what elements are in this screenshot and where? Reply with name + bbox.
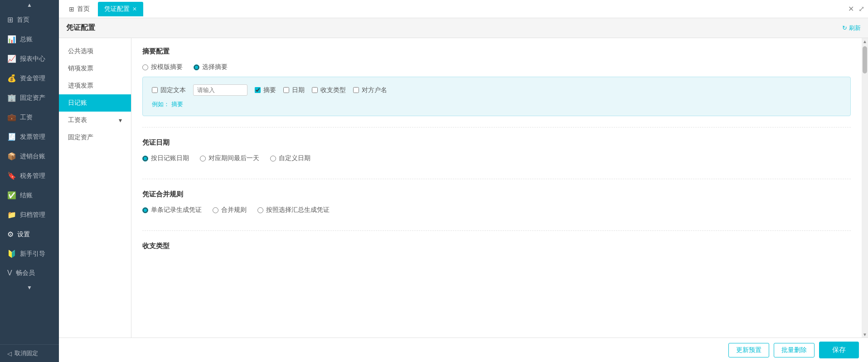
left-nav: 公共选项 销项发票 进项发票 日记账 工资表 ▾ 固定资产 xyxy=(59,38,131,338)
scroll-down-arrow[interactable]: ▼ xyxy=(862,331,868,338)
sidebar-item-inventory[interactable]: 📦 进销台账 xyxy=(0,147,59,166)
radio-merge[interactable]: 合并规则 xyxy=(213,206,247,214)
window-close-button[interactable]: ✕ xyxy=(848,5,854,13)
sidebar-item-vip[interactable]: V 畅会员 xyxy=(0,264,59,283)
radio-last-day[interactable]: 对应期间最后一天 xyxy=(200,154,259,162)
sidebar-item-report[interactable]: 📈 报表中心 xyxy=(0,49,59,68)
expand-icon: ▾ xyxy=(119,117,122,124)
refresh-icon: ↻ xyxy=(842,24,847,31)
salary-icon: 💼 xyxy=(7,113,16,122)
fixed-text-checkbox[interactable] xyxy=(152,87,158,93)
sidebar-item-settings[interactable]: ⚙ 设置 xyxy=(0,225,59,244)
radio-template-input[interactable] xyxy=(142,64,148,70)
settings-icon: ⚙ xyxy=(7,230,14,239)
left-nav-public[interactable]: 公共选项 xyxy=(59,43,131,60)
save-button[interactable]: 保存 xyxy=(819,342,859,358)
custom-date-input[interactable] xyxy=(270,156,276,161)
radio-select-merge[interactable]: 按照选择汇总生成凭证 xyxy=(257,206,330,214)
scrollbar[interactable]: ▲ ▼ xyxy=(862,38,868,338)
sidebar-scroll-up[interactable]: ▲ xyxy=(0,0,59,10)
scroll-thumb[interactable] xyxy=(863,46,867,73)
left-nav-payroll[interactable]: 工资表 ▾ xyxy=(59,112,131,129)
action-bar: 凭证配置 ↻ 刷新 xyxy=(59,18,868,38)
tab-voucher-config[interactable]: 凭证配置 ✕ xyxy=(98,2,143,16)
left-nav-purchase-invoice[interactable]: 进项发票 xyxy=(59,77,131,94)
select-merge-input[interactable] xyxy=(257,207,263,213)
tab-close-button[interactable]: ✕ xyxy=(132,6,137,12)
sidebar-item-tax[interactable]: 🔖 税务管理 xyxy=(0,166,59,186)
voucher-date-section: 凭证日期 按日记账日期 对应期间最后一天 自定义日期 xyxy=(142,138,851,179)
checkbox-summary[interactable]: 摘要 xyxy=(255,86,276,94)
sidebar: ▲ ⊞ 首页 📊 总账 📈 报表中心 💰 资金管理 🏢 固定资产 💼 工资 🧾 … xyxy=(0,0,59,362)
summary-config-section: 摘要配置 按模版摘要 选择摘要 xyxy=(142,47,851,127)
tab-home[interactable]: ⊞ 首页 xyxy=(63,2,96,16)
merge-rules-radio-group: 单条记录生成凭证 合并规则 按照选择汇总生成凭证 xyxy=(142,206,851,214)
window-maximize-button[interactable]: ⤢ xyxy=(858,5,864,13)
sidebar-item-salary[interactable]: 💼 工资 xyxy=(0,108,59,127)
checkbox-fixed-text[interactable]: 固定文本 xyxy=(152,86,186,94)
radio-single[interactable]: 单条记录生成凭证 xyxy=(142,206,202,214)
date-checkbox[interactable] xyxy=(283,87,289,93)
ledger-icon: 📊 xyxy=(7,35,16,44)
radio-template-summary[interactable]: 按模版摘要 xyxy=(142,63,183,71)
sidebar-scroll-down[interactable]: ▼ xyxy=(0,283,59,293)
sidebar-item-assets[interactable]: 🏢 固定资产 xyxy=(0,88,59,108)
pin-icon: ◁ xyxy=(7,350,12,357)
income-type-title: 收支类型 xyxy=(142,242,851,250)
funds-icon: 💰 xyxy=(7,74,16,83)
main-area: ⊞ 首页 凭证配置 ✕ ✕ ⤢ 凭证配置 ↻ 刷新 公共选项 xyxy=(59,0,868,362)
radio-custom-date[interactable]: 自定义日期 xyxy=(270,154,310,162)
page-title: 凭证配置 xyxy=(66,23,95,33)
sidebar-item-funds[interactable]: 💰 资金管理 xyxy=(0,68,59,88)
sidebar-unpin-button[interactable]: ◁ 取消固定 xyxy=(0,344,59,362)
report-icon: 📈 xyxy=(7,54,16,63)
income-type-section: 收支类型 xyxy=(142,242,851,269)
refresh-button[interactable]: ↻ 刷新 xyxy=(842,24,861,32)
fixed-text-input[interactable] xyxy=(193,84,247,96)
assets-icon: 🏢 xyxy=(7,93,16,102)
checkbox-date[interactable]: 日期 xyxy=(283,86,305,94)
sidebar-item-invoice[interactable]: 🧾 发票管理 xyxy=(0,127,59,147)
home-icon: ⊞ xyxy=(7,15,13,24)
left-nav-sales-invoice[interactable]: 销项发票 xyxy=(59,60,131,77)
checkbox-counterpart[interactable]: 对方户名 xyxy=(353,86,387,94)
merge-rules-title: 凭证合并规则 xyxy=(142,190,851,199)
income-type-checkbox[interactable] xyxy=(312,87,318,93)
radio-select-input[interactable] xyxy=(194,64,199,70)
vip-icon: V xyxy=(7,269,12,277)
summary-config-title: 摘要配置 xyxy=(142,47,851,56)
merge-input[interactable] xyxy=(213,207,218,213)
sidebar-item-settlement[interactable]: ✅ 结账 xyxy=(0,186,59,205)
radio-journal-date[interactable]: 按日记账日期 xyxy=(142,154,189,162)
home-tab-icon: ⊞ xyxy=(69,5,74,13)
sidebar-item-archive[interactable]: 📁 归档管理 xyxy=(0,205,59,225)
sidebar-item-ledger[interactable]: 📊 总账 xyxy=(0,29,59,49)
summary-config-box: 固定文本 摘要 日期 xyxy=(142,77,851,116)
left-nav-journal[interactable]: 日记账 xyxy=(59,94,131,112)
counterpart-checkbox[interactable] xyxy=(353,87,359,93)
voucher-date-radio-group: 按日记账日期 对应期间最后一天 自定义日期 xyxy=(142,154,851,162)
sidebar-item-guide[interactable]: 🔰 新手引导 xyxy=(0,244,59,264)
tab-bar: ⊞ 首页 凭证配置 ✕ ✕ ⤢ xyxy=(59,0,868,18)
sidebar-item-home[interactable]: ⊞ 首页 xyxy=(0,10,59,29)
settlement-icon: ✅ xyxy=(7,191,16,200)
last-day-input[interactable] xyxy=(200,156,206,161)
checkbox-income-type[interactable]: 收支类型 xyxy=(312,86,346,94)
voucher-date-title: 凭证日期 xyxy=(142,138,851,147)
single-input[interactable] xyxy=(142,207,148,213)
left-nav-fixed-assets[interactable]: 固定资产 xyxy=(59,129,131,146)
scroll-up-arrow[interactable]: ▲ xyxy=(862,38,868,44)
example-text: 例如： 摘要 xyxy=(152,100,841,108)
journal-date-input[interactable] xyxy=(142,156,148,161)
scroll-track xyxy=(862,44,868,331)
guide-icon: 🔰 xyxy=(7,249,16,258)
summary-checkbox[interactable] xyxy=(255,87,261,93)
batch-delete-button[interactable]: 批量删除 xyxy=(774,343,815,357)
radio-select-summary[interactable]: 选择摘要 xyxy=(194,63,228,71)
invoice-icon: 🧾 xyxy=(7,132,16,141)
archive-icon: 📁 xyxy=(7,210,16,219)
update-preview-button[interactable]: 更新预置 xyxy=(728,343,769,357)
inventory-icon: 📦 xyxy=(7,152,16,161)
merge-rules-section: 凭证合并规则 单条记录生成凭证 合并规则 按照选择汇总生成凭证 xyxy=(142,190,851,231)
action-bar-right: ↻ 刷新 xyxy=(842,24,861,32)
